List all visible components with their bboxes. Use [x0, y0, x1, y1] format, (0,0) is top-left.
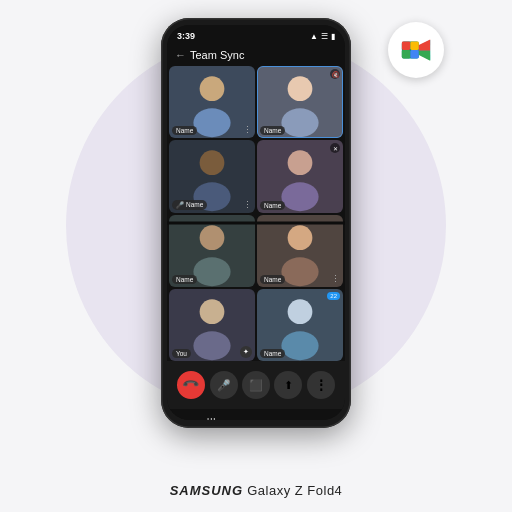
back-button[interactable]: ← [175, 49, 186, 61]
svg-point-2 [288, 76, 313, 101]
status-icons: ▲ ☰ ▮ [310, 32, 335, 41]
participant-1-name: Name [172, 126, 197, 135]
wifi-icon: ☰ [321, 32, 328, 41]
svg-point-11 [281, 257, 318, 286]
phone-device: 3:39 ▲ ☰ ▮ ← Team Sync [161, 18, 351, 428]
mute-button[interactable]: 🎤 [210, 371, 238, 399]
svg-point-14 [288, 299, 313, 324]
participant-8-badge: 22 [327, 292, 340, 300]
end-call-button[interactable]: 📞 [171, 365, 211, 405]
signal-icon: ▲ [310, 32, 318, 41]
participant-7: You ✦ [169, 289, 255, 361]
nav-bar: ||| ○ ‹ [167, 409, 345, 420]
svg-point-12 [200, 299, 225, 324]
svg-point-9 [193, 257, 230, 286]
brand-name: SAMSUNG [170, 483, 243, 498]
svg-point-10 [288, 225, 313, 250]
svg-rect-20 [402, 50, 411, 59]
participant-8-name: Name [260, 349, 285, 358]
participant-5: Name [169, 215, 255, 287]
participant-8: Name 22 [257, 289, 343, 361]
nav-recent[interactable]: ||| [207, 416, 216, 420]
svg-point-15 [281, 331, 318, 360]
participant-3-more[interactable]: ⋮ [243, 200, 252, 210]
participant-5-name: Name [172, 275, 197, 284]
share-button[interactable]: ⬆ [274, 371, 302, 399]
participant-6: Name ⋮ [257, 215, 343, 287]
participants-grid: Name ⋮ Name 🔇 [167, 66, 345, 361]
participant-1: Name ⋮ [169, 66, 255, 138]
participant-6-name: Name [260, 275, 285, 284]
scene: 3:39 ▲ ☰ ▮ ← Team Sync [0, 0, 512, 512]
participant-3-name-badge[interactable]: 🎤 Name [172, 200, 207, 210]
nav-home[interactable]: ○ [255, 416, 262, 420]
svg-rect-19 [410, 42, 419, 51]
device-label: SAMSUNG Galaxy Z Fold4 [170, 483, 343, 498]
meet-logo-svg [399, 33, 433, 67]
svg-point-1 [193, 108, 230, 137]
call-controls: 📞 🎤 ⬛ ⬆ ⋮ [167, 361, 345, 409]
status-time: 3:39 [177, 31, 195, 41]
svg-rect-21 [410, 50, 419, 59]
participant-2-name: Name [260, 126, 285, 135]
participant-4-name: Name [260, 201, 285, 210]
camera-button[interactable]: ⬛ [242, 371, 270, 399]
battery-icon: ▮ [331, 32, 335, 41]
svg-point-6 [288, 151, 313, 176]
participant-2: Name 🔇 [257, 66, 343, 138]
participant-7-name: You [172, 349, 191, 358]
call-header: ← Team Sync [167, 47, 345, 66]
svg-point-3 [281, 108, 318, 137]
participant-6-more[interactable]: ⋮ [331, 274, 340, 284]
status-bar: 3:39 ▲ ☰ ▮ [167, 25, 345, 47]
svg-point-8 [200, 225, 225, 250]
participant-7-effects[interactable]: ✦ [240, 346, 252, 358]
svg-point-7 [281, 183, 318, 212]
fold-crease [167, 221, 345, 224]
participant-4: Name ✕ [257, 140, 343, 212]
more-options-button[interactable]: ⋮ [307, 371, 335, 399]
nav-back[interactable]: ‹ [301, 416, 305, 420]
google-meet-icon[interactable] [388, 22, 444, 78]
model-name: Galaxy Z Fold4 [247, 483, 342, 498]
svg-point-13 [193, 331, 230, 360]
participant-3: 🎤 Name ⋮ [169, 140, 255, 212]
svg-point-4 [200, 151, 225, 176]
svg-point-0 [200, 76, 225, 101]
phone-screen: 3:39 ▲ ☰ ▮ ← Team Sync [167, 25, 345, 420]
call-title: Team Sync [190, 49, 244, 61]
participant-1-more[interactable]: ⋮ [243, 125, 252, 135]
svg-rect-18 [402, 42, 411, 51]
participant-2-mute: 🔇 [330, 69, 340, 79]
